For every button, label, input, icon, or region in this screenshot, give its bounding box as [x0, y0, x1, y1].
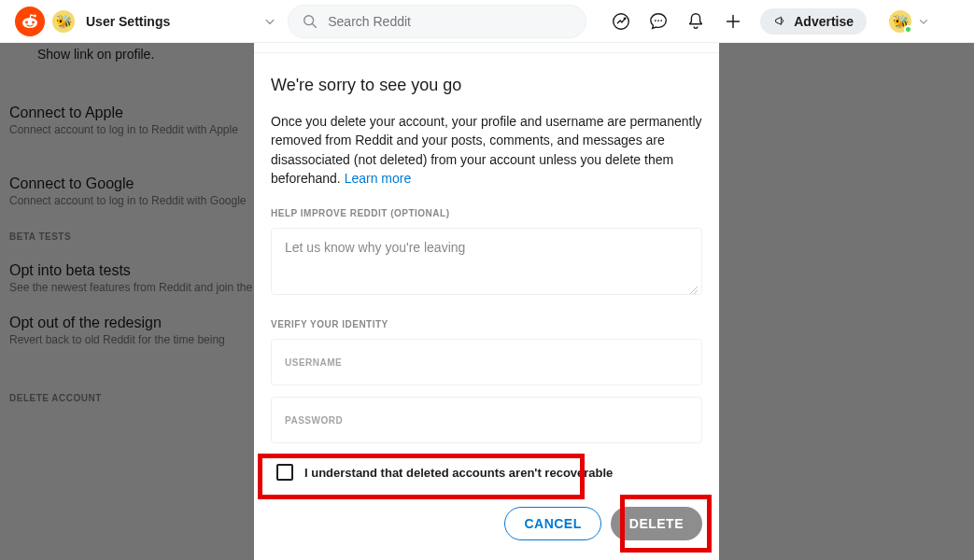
help-label: HELP IMPROVE REDDIT (OPTIONAL)	[271, 208, 702, 218]
plus-icon[interactable]	[723, 11, 743, 32]
community-avatar: 🐝	[52, 10, 75, 33]
delete-button[interactable]: DELETE	[611, 507, 702, 540]
modal-body: Once you delete your account, your profi…	[271, 112, 702, 188]
svg-point-9	[657, 20, 659, 21]
password-placeholder: PASSWORD	[285, 415, 343, 426]
checkbox-icon[interactable]	[276, 464, 293, 481]
modal-heading: We're sorry to see you go	[271, 76, 702, 95]
popular-icon[interactable]	[611, 11, 631, 32]
user-menu[interactable]: 🐝	[889, 10, 930, 33]
svg-point-3	[25, 21, 28, 23]
page-title: User Settings	[86, 14, 170, 29]
username-placeholder: USERNAME	[285, 357, 342, 368]
search-input[interactable]	[328, 14, 572, 29]
delete-account-modal: We're sorry to see you go Once you delet…	[254, 43, 719, 560]
divider	[254, 52, 719, 53]
verify-label: VERIFY YOUR IDENTITY	[271, 319, 702, 329]
megaphone-icon	[773, 14, 788, 29]
svg-point-4	[32, 21, 35, 23]
reddit-logo[interactable]	[15, 7, 45, 36]
password-field[interactable]: PASSWORD	[271, 397, 702, 443]
chat-icon[interactable]	[648, 11, 669, 32]
advertise-label: Advertise	[794, 14, 854, 29]
reason-textarea[interactable]	[271, 228, 702, 295]
svg-point-6	[304, 15, 314, 24]
username-field[interactable]: USERNAME	[271, 339, 702, 385]
presence-dot-icon	[904, 25, 912, 34]
search-icon	[302, 13, 318, 30]
search-bar[interactable]	[288, 5, 586, 38]
user-avatar: 🐝	[889, 10, 911, 33]
svg-point-10	[661, 20, 663, 21]
bell-icon[interactable]	[685, 11, 706, 32]
learn-more-link[interactable]: Learn more	[345, 171, 412, 186]
confirm-checkbox-row[interactable]: I understand that deleted accounts aren'…	[271, 455, 702, 490]
cancel-button[interactable]: CANCEL	[504, 507, 600, 540]
chevron-down-icon	[917, 15, 930, 28]
chevron-down-icon[interactable]	[260, 11, 280, 32]
checkbox-label: I understand that deleted accounts aren'…	[304, 466, 613, 480]
svg-point-8	[655, 20, 656, 21]
advertise-button[interactable]: Advertise	[760, 8, 867, 35]
app-header: 🐝 User Settings Advertise 🐝	[0, 0, 974, 43]
